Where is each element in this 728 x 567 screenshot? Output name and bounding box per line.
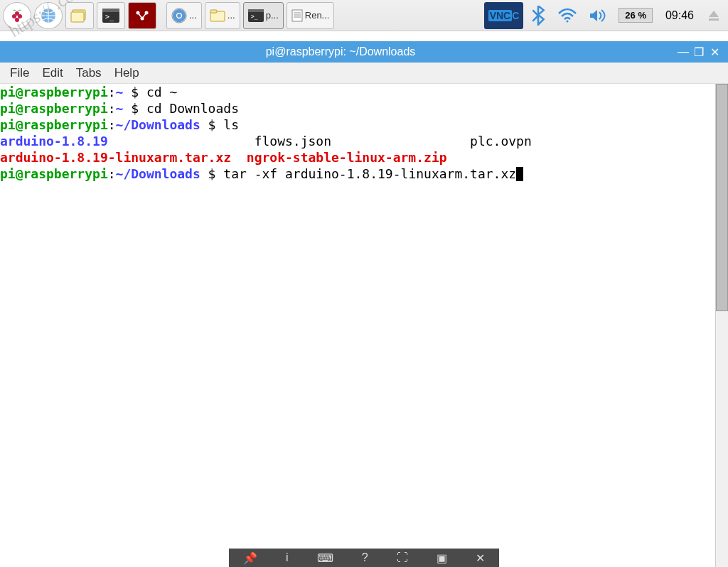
menubar: File Edit Tabs Help — [0, 63, 728, 84]
vnc-tray-icon[interactable]: VNCC — [484, 2, 524, 29]
menu-tabs[interactable]: Tabs — [70, 64, 107, 82]
vnc-pin-icon[interactable]: 📌 — [237, 551, 263, 565]
menu-help[interactable]: Help — [109, 64, 145, 82]
ls-dir: arduino-1.8.19 — [0, 134, 108, 148]
svg-point-27 — [567, 20, 569, 22]
svg-rect-6 — [71, 12, 84, 22]
task-label: Ren... — [305, 10, 330, 21]
rename-task[interactable]: Ren... — [287, 2, 335, 29]
vnc-keyboard-icon[interactable]: ⌨ — [311, 551, 339, 565]
task-label: ... — [189, 10, 197, 21]
vnc-screenshot-icon[interactable]: ▣ — [431, 551, 453, 565]
clock[interactable]: 09:46 — [660, 9, 700, 22]
cpu-percent: 26 % — [619, 8, 653, 23]
terminal-icon: >_ — [248, 9, 264, 22]
svg-point-17 — [177, 14, 181, 18]
chromium-task[interactable]: ... — [166, 2, 202, 29]
vnc-fullscreen-icon[interactable]: ⛶ — [391, 551, 414, 564]
terminal-task[interactable]: >_ p... — [243, 2, 284, 29]
nodered-icon[interactable] — [128, 2, 156, 29]
scroll-thumb[interactable] — [716, 84, 728, 311]
svg-rect-28 — [709, 18, 719, 21]
ls-file: plc.ovpn — [470, 134, 532, 148]
vnc-info-icon[interactable]: i — [280, 551, 294, 564]
scrollbar[interactable] — [715, 84, 728, 567]
raspberry-menu-icon[interactable] — [3, 2, 31, 29]
cursor — [516, 167, 523, 181]
menu-edit[interactable]: Edit — [36, 64, 68, 82]
window-title: pi@raspberrypi: ~/Downloads — [6, 45, 675, 58]
svg-rect-23 — [292, 10, 302, 21]
file-manager-icon[interactable] — [65, 2, 94, 29]
svg-point-2 — [15, 18, 19, 22]
minimize-button[interactable]: — — [675, 45, 691, 58]
maximize-button[interactable]: ❐ — [691, 45, 707, 59]
svg-text:>_: >_ — [251, 14, 258, 20]
wifi-icon[interactable] — [553, 2, 582, 29]
volume-icon[interactable] — [584, 2, 611, 29]
taskbar: >_ ... ... >_ p... Ren... VNCC 26 % — [0, 0, 728, 31]
vnc-close-icon[interactable]: ✕ — [470, 551, 491, 565]
svg-point-3 — [15, 11, 19, 16]
filemanager-task[interactable]: ... — [205, 2, 240, 29]
web-browser-icon[interactable] — [34, 2, 63, 29]
svg-rect-10 — [133, 8, 151, 23]
terminal-launcher-icon[interactable]: >_ — [97, 2, 125, 29]
eject-icon[interactable] — [702, 2, 725, 29]
cpu-usage[interactable]: 26 % — [614, 2, 657, 29]
ls-archive: arduino-1.8.19-linuxarm.tar.xz — [0, 150, 231, 165]
vnc-help-icon[interactable]: ? — [356, 551, 374, 564]
ls-archive: ngrok-stable-linux-arm.zip — [247, 150, 447, 165]
vnc-toolbar: 📌 i ⌨ ? ⛶ ▣ ✕ — [229, 549, 499, 567]
document-icon — [291, 9, 303, 22]
terminal-area[interactable]: pi@raspberrypi:~ $ cd ~ pi@raspberrypi:~… — [0, 84, 728, 567]
menu-file[interactable]: File — [4, 64, 35, 82]
svg-rect-21 — [248, 9, 264, 12]
ls-file: flows.json — [255, 134, 331, 148]
terminal-window: pi@raspberrypi: ~/Downloads — ❐ ✕ File E… — [0, 41, 728, 567]
vnc-label: VNC — [488, 10, 513, 21]
close-button[interactable]: ✕ — [707, 45, 722, 59]
chromium-icon — [171, 8, 187, 23]
task-label: ... — [228, 10, 235, 21]
current-command: tar -xf arduino-1.8.19-linuxarm.tar.xz — [223, 166, 516, 181]
task-label: p... — [266, 10, 279, 21]
titlebar[interactable]: pi@raspberrypi: ~/Downloads — ❐ ✕ — [0, 41, 728, 63]
svg-rect-8 — [102, 9, 119, 12]
svg-text:>_: >_ — [105, 13, 114, 21]
svg-rect-19 — [210, 10, 217, 13]
folder-icon — [210, 9, 225, 22]
bluetooth-icon[interactable] — [526, 2, 550, 29]
terminal-content: pi@raspberrypi:~ $ cd ~ pi@raspberrypi:~… — [0, 84, 728, 182]
